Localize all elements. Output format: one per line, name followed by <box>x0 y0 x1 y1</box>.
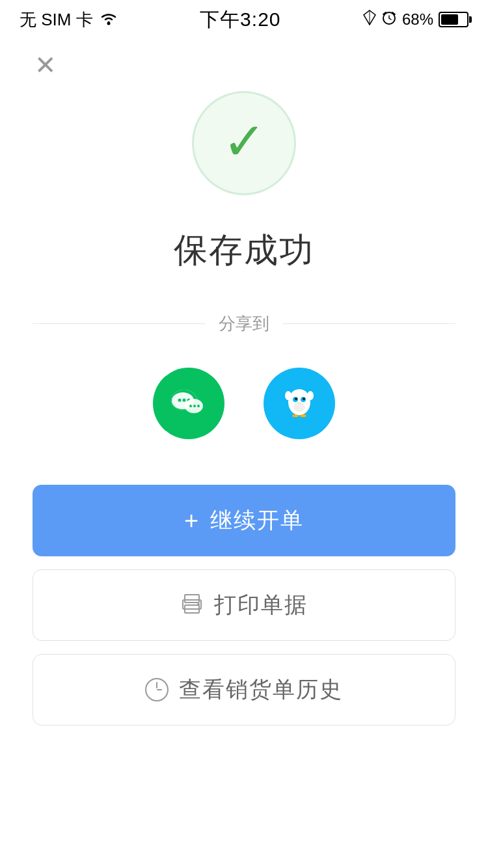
svg-point-20 <box>292 414 299 417</box>
success-title: 保存成功 <box>174 228 314 273</box>
svg-point-5 <box>178 398 181 401</box>
svg-point-23 <box>307 391 314 400</box>
wechat-icon <box>168 383 210 425</box>
svg-point-0 <box>107 21 110 25</box>
history-button[interactable]: 查看销货单历史 <box>33 654 455 726</box>
svg-point-21 <box>300 414 306 417</box>
battery-percentage: 68% <box>402 10 433 29</box>
continue-order-label: 继续开单 <box>210 506 304 536</box>
svg-point-9 <box>189 405 192 407</box>
share-label: 分享到 <box>219 312 269 335</box>
share-icons <box>33 368 455 439</box>
svg-point-27 <box>197 603 200 606</box>
share-divider: 分享到 <box>33 312 455 335</box>
wifi-icon <box>100 10 118 30</box>
status-left: 无 SIM 卡 <box>20 8 118 31</box>
svg-point-6 <box>182 398 185 401</box>
carrier-text: 无 SIM 卡 <box>20 8 93 31</box>
svg-point-16 <box>295 398 297 400</box>
status-right: 68% <box>363 10 468 29</box>
svg-point-10 <box>193 405 196 407</box>
print-button[interactable]: 打印单据 <box>33 569 455 641</box>
wechat-share-button[interactable] <box>153 368 224 439</box>
alarm-icon <box>381 10 397 29</box>
svg-point-17 <box>303 398 305 400</box>
history-label: 查看销货单历史 <box>179 675 343 705</box>
qq-share-button[interactable] <box>264 368 335 439</box>
battery-icon <box>439 12 468 27</box>
svg-point-22 <box>285 391 291 400</box>
share-section: 分享到 <box>33 312 455 439</box>
continue-order-button[interactable]: + 继续开单 <box>33 485 455 556</box>
qq-icon <box>280 384 319 423</box>
plus-icon: + <box>184 507 200 535</box>
svg-point-11 <box>197 405 200 407</box>
print-icon <box>180 592 204 619</box>
action-buttons: + 继续开单 打印单据 查看销货单历史 <box>33 485 455 726</box>
status-bar: 无 SIM 卡 下午3:20 68% <box>0 0 488 39</box>
svg-rect-24 <box>185 595 199 603</box>
main-content: ✓ 保存成功 分享到 <box>0 39 488 868</box>
status-time: 下午3:20 <box>200 7 280 33</box>
success-icon-circle: ✓ <box>192 91 296 195</box>
location-icon <box>363 10 376 29</box>
checkmark-icon: ✓ <box>223 116 266 168</box>
svg-point-19 <box>293 403 305 412</box>
print-label: 打印单据 <box>214 590 308 620</box>
clock-icon <box>145 678 169 701</box>
